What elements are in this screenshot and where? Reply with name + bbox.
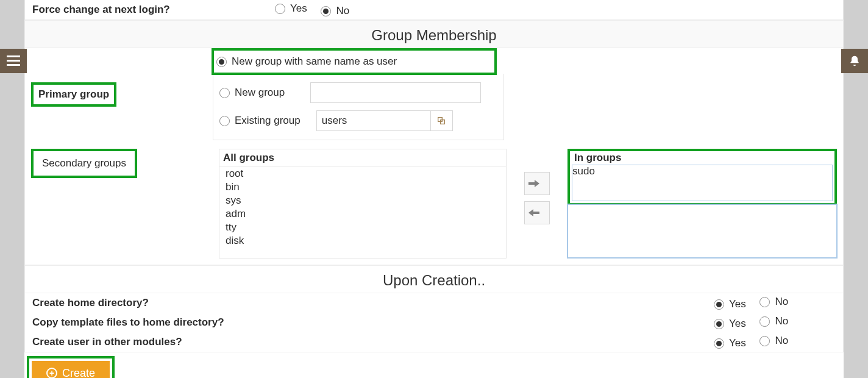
all-groups-listbox[interactable]: root bin sys adm tty disk bbox=[219, 166, 506, 258]
primary-group-same-name-radio[interactable]: New group with same name as user bbox=[216, 55, 397, 68]
secondary-groups-label: Secondary groups bbox=[31, 149, 137, 178]
plus-icon: + bbox=[46, 368, 57, 378]
create-button-label: Create bbox=[62, 367, 95, 379]
force-change-yes-radio[interactable]: Yes bbox=[275, 2, 307, 15]
new-group-name-input[interactable] bbox=[310, 82, 481, 103]
in-groups-selected-item[interactable]: sudo bbox=[572, 165, 832, 177]
all-groups-header: All groups bbox=[219, 149, 506, 166]
in-groups-highlight: In groups sudo bbox=[567, 149, 837, 205]
primary-group-label: Primary group bbox=[31, 82, 116, 107]
in-groups-header: In groups bbox=[572, 151, 833, 165]
list-item[interactable]: tty bbox=[219, 221, 506, 234]
other-mod-no-radio[interactable]: No bbox=[760, 335, 788, 347]
list-item[interactable]: bin bbox=[219, 180, 506, 194]
svg-rect-2 bbox=[7, 64, 20, 66]
home-dir-no-radio[interactable]: No bbox=[760, 296, 788, 308]
svg-rect-0 bbox=[7, 55, 20, 57]
list-item[interactable]: root bbox=[219, 167, 506, 180]
list-item[interactable]: sys bbox=[219, 194, 506, 207]
upon-creation-header: Upon Creation.. bbox=[24, 265, 844, 293]
other-modules-label: Create user in other modules? bbox=[32, 336, 714, 348]
primary-group-existing-radio[interactable]: Existing group bbox=[219, 115, 301, 127]
home-dir-yes-radio[interactable]: Yes bbox=[714, 298, 746, 310]
arrow-left-icon bbox=[528, 209, 539, 217]
picker-icon bbox=[436, 116, 446, 126]
create-home-dir-row: Create home directory? Yes No bbox=[24, 293, 844, 313]
force-change-label: Force change at next login? bbox=[32, 4, 275, 16]
other-modules-row: Create user in other modules? Yes No bbox=[24, 332, 844, 352]
create-button[interactable]: + Create bbox=[32, 361, 110, 378]
force-change-row: Force change at next login? Yes No bbox=[24, 0, 844, 20]
in-groups-listbox[interactable] bbox=[567, 204, 837, 258]
bell-icon bbox=[848, 55, 861, 67]
existing-group-picker-button[interactable] bbox=[431, 110, 453, 131]
create-button-highlight: + Create bbox=[27, 356, 115, 378]
create-home-dir-label: Create home directory? bbox=[32, 297, 714, 309]
list-item[interactable]: disk bbox=[219, 234, 506, 248]
primary-group-option-highlight: New group with same name as user bbox=[213, 49, 496, 74]
arrow-right-icon bbox=[528, 179, 539, 188]
all-groups-column: All groups root bin sys adm tty disk bbox=[219, 149, 507, 259]
other-mod-yes-radio[interactable]: Yes bbox=[714, 337, 746, 349]
svg-rect-1 bbox=[7, 60, 20, 62]
hamburger-menu-button[interactable] bbox=[0, 49, 27, 73]
copy-template-label: Copy template files to home directory? bbox=[32, 316, 714, 329]
group-membership-header: Group Membership bbox=[24, 20, 844, 48]
copy-tmpl-yes-radio[interactable]: Yes bbox=[714, 318, 746, 330]
primary-group-new-group-radio[interactable]: New group bbox=[219, 87, 285, 99]
existing-group-select[interactable]: users bbox=[316, 110, 431, 131]
copy-tmpl-no-radio[interactable]: No bbox=[760, 315, 788, 327]
list-item[interactable]: adm bbox=[219, 207, 506, 221]
notifications-button[interactable] bbox=[841, 49, 868, 73]
hamburger-icon bbox=[7, 55, 20, 66]
copy-template-row: Copy template files to home directory? Y… bbox=[24, 313, 844, 332]
move-left-button[interactable] bbox=[524, 201, 550, 224]
move-right-button[interactable] bbox=[524, 172, 550, 195]
force-change-no-radio[interactable]: No bbox=[321, 5, 349, 17]
